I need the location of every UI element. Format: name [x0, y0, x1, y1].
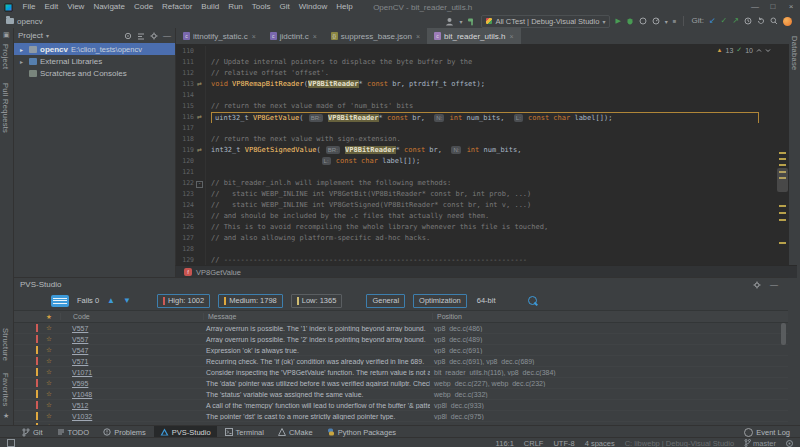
warning-code-link[interactable]: V1071 — [72, 369, 92, 376]
collapse-all-icon[interactable] — [137, 32, 145, 40]
tab-jidctint.c[interactable]: cjidctint.c× — [263, 28, 324, 44]
gear-icon[interactable] — [150, 32, 158, 40]
history-clock-icon[interactable] — [744, 17, 752, 25]
favorite-star-icon[interactable]: ☆ — [38, 357, 60, 365]
caret-position[interactable]: 116:1 — [496, 439, 514, 447]
prev-warning-arrow-icon[interactable]: ▲ — [107, 296, 115, 306]
menu-edit[interactable]: Edit — [40, 0, 63, 14]
pvs-warning-row[interactable]: ☆V557Array overrun is possible. The '2' … — [14, 334, 788, 345]
warning-code-link[interactable]: V547 — [72, 347, 88, 354]
inspections-widget[interactable]: ▲ 13 ✓ 10 — [717, 46, 771, 54]
tool-window-switcher-icon[interactable] — [7, 439, 15, 447]
close-button[interactable]: × — [782, 0, 800, 14]
tool-window-icon[interactable]: ▣ — [3, 31, 10, 39]
menu-refactor[interactable]: Refactor — [158, 0, 197, 14]
tree-item-opencv[interactable]: ▸opencvE:\clion_tests\opencv — [14, 43, 175, 55]
tree-item-scratches-and-consoles[interactable]: Scratches and Consoles — [14, 67, 175, 79]
menu-code[interactable]: Code — [129, 0, 157, 14]
git-update-icon[interactable]: ↙ — [709, 15, 716, 27]
gutter-related-icon[interactable]: ⇄ — [194, 79, 205, 90]
menu-window[interactable]: Window — [294, 0, 331, 14]
warning-position[interactable]: vp8_dec.c(691), vp8_dec.c(689) — [430, 358, 788, 365]
run-button[interactable]: ▶ — [615, 15, 620, 27]
tool-strip-pull-requests[interactable]: Pull Requests — [1, 83, 10, 133]
filter-medium[interactable]: Medium: 1798 — [218, 294, 283, 308]
git-branch[interactable]: master — [744, 439, 776, 447]
build-hammer-icon[interactable] — [467, 17, 476, 26]
filter-general[interactable]: General — [366, 294, 405, 308]
tool-strip-structure[interactable]: Structure — [1, 328, 10, 361]
code-editor[interactable]: 110111// Update internal pointers to dis… — [175, 44, 789, 265]
run-configuration-select[interactable]: All CTest | Debug-Visual Studio ▾ — [481, 15, 610, 28]
favorite-star-icon[interactable]: ☆ — [38, 401, 60, 409]
menu-git[interactable]: Git — [275, 0, 294, 14]
search-everywhere-icon[interactable] — [770, 17, 778, 25]
tool-strip-database[interactable]: Database — [790, 36, 799, 71]
code-column-header[interactable]: Code — [60, 313, 203, 320]
warning-code-link[interactable]: V571 — [72, 358, 88, 365]
filter-optimization[interactable]: Optimization — [413, 294, 467, 308]
favorite-star-icon[interactable]: ☆ — [38, 346, 60, 354]
warning-code-link[interactable]: V595 — [72, 380, 88, 387]
pvs-menu-icon[interactable] — [51, 295, 69, 307]
git-commit-icon[interactable]: ✓ — [721, 15, 728, 27]
menu-help[interactable]: Help — [332, 0, 357, 14]
error-stripe-scrollbar[interactable] — [776, 44, 789, 265]
menu-file[interactable]: File — [18, 0, 40, 14]
filter-low[interactable]: Low: 1365 — [291, 294, 343, 308]
menu-build[interactable]: Build — [197, 0, 224, 14]
hide-panel-icon[interactable]: — — [163, 31, 171, 40]
warning-position[interactable]: webp_dec.c(227), webp_dec.c(232) — [430, 380, 788, 387]
tree-item-external-libraries[interactable]: ▸External Libraries — [14, 55, 175, 67]
warning-position[interactable]: vp8_dec.c(691) — [430, 347, 788, 354]
project-panel-title[interactable]: Project — [18, 31, 43, 40]
warning-code-link[interactable]: V512 — [72, 402, 88, 409]
cmake-profile[interactable]: C: libwebp | Debug-Visual Studio — [625, 439, 734, 447]
expand-chevron-icon[interactable]: ▸ — [20, 46, 26, 53]
warning-position[interactable]: vp8l_dec.c(975) — [430, 413, 788, 420]
notifications-icon[interactable] — [786, 440, 793, 447]
menu-navigate[interactable]: Navigate — [89, 0, 130, 14]
filter-64bit[interactable]: 64-bit — [475, 295, 498, 307]
warning-code-link[interactable]: V1048 — [72, 391, 92, 398]
gutter-related-icon[interactable]: ⇄ — [194, 145, 205, 156]
minimize-button[interactable]: — — [746, 0, 764, 14]
search-icon[interactable] — [528, 296, 537, 305]
warning-position[interactable]: vp8l_dec.c(933) — [430, 402, 788, 409]
chevron-down-icon[interactable]: ▾ — [459, 18, 462, 25]
menu-view[interactable]: View — [63, 0, 89, 14]
star-column-icon[interactable]: ★ — [38, 313, 60, 321]
user-avatar[interactable] — [783, 17, 792, 26]
debug-icon[interactable] — [626, 17, 634, 25]
chevron-down-icon[interactable]: ▾ — [665, 18, 668, 25]
git-push-icon[interactable]: ↗ — [732, 15, 739, 27]
tab-ittnotify_static.c[interactable]: cittnotify_static.c× — [176, 28, 263, 44]
tab-suppress_base.json[interactable]: {}suppress_base.json× — [324, 28, 427, 44]
pvs-warning-row[interactable]: ☆V547Expression 'ok' is always true.vp8_… — [14, 345, 788, 356]
warning-position[interactable]: webp_dec.c(332) — [430, 391, 788, 398]
chevron-down-icon[interactable]: ▾ — [46, 32, 49, 39]
breadcrumb-item[interactable]: opencv — [17, 17, 43, 26]
tab-close-icon[interactable]: × — [416, 33, 420, 40]
warning-position[interactable]: vp8_dec.c(489) — [430, 336, 788, 343]
line-separator[interactable]: CRLF — [524, 439, 544, 447]
locate-icon[interactable] — [124, 32, 132, 40]
message-column-header[interactable]: Message — [203, 313, 432, 320]
maximize-button[interactable]: □ — [764, 0, 782, 14]
indent-setting[interactable]: 4 spaces — [585, 439, 615, 447]
menu-tools[interactable]: Tools — [247, 0, 275, 14]
pvs-warning-row[interactable]: ☆V1071Consider inspecting the 'VP8GetVal… — [14, 367, 788, 378]
pvs-warning-row[interactable]: ☆V595The 'data' pointer was utilized bef… — [14, 378, 788, 389]
favorites-star-icon[interactable]: ★ — [3, 412, 9, 420]
warning-code-link[interactable]: V557 — [72, 336, 88, 343]
file-encoding[interactable]: UTF-8 — [553, 439, 574, 447]
scrollbar-thumb[interactable] — [777, 168, 788, 192]
pvs-warning-row[interactable]: ☆V557Array overrun is possible. The '1' … — [14, 323, 788, 334]
favorite-star-icon[interactable]: ☆ — [38, 412, 60, 420]
current-function[interactable]: VP8GetValue — [196, 268, 241, 277]
expand-chevron-icon[interactable]: ▸ — [20, 58, 26, 65]
profiler-icon[interactable] — [652, 17, 660, 25]
warning-code-link[interactable]: V557 — [72, 325, 88, 332]
tool-strip-favorites[interactable]: Favorites — [1, 373, 10, 407]
hide-panel-icon[interactable]: — — [770, 280, 778, 289]
